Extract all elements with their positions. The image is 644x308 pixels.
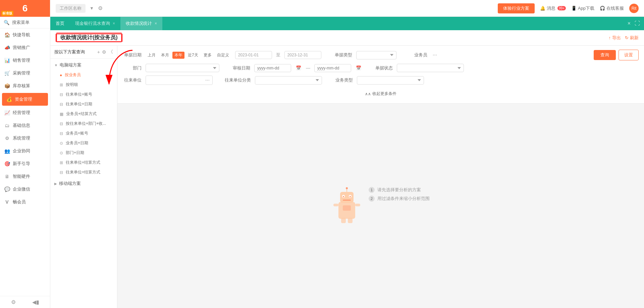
scheme-item-customer-account-label: 往来单位+账号 — [66, 92, 92, 97]
tab-receivable-close[interactable]: × — [155, 21, 157, 26]
biztype-filter-label: 业务类型 — [334, 77, 353, 83]
collapse-bar[interactable]: ∧∧ 收起更多条件 — [123, 88, 639, 99]
sidebar: 6 标准版 🔍 搜索菜单 🏠 快捷导航 📣 营销推广 📊 销售管理 🛒 采购管理… — [0, 0, 50, 308]
sidebar-item-sales[interactable]: 📊 销售管理 — [0, 54, 50, 67]
sidebar-item-system[interactable]: ⚙ 系统管理 — [0, 132, 50, 145]
collapse-panel-icon[interactable]: 《 — [108, 49, 113, 55]
gear-icon[interactable]: ⚙ — [98, 5, 103, 11]
salesman-account-icon: ⊟ — [60, 131, 63, 136]
sidebar-label-basic-info: 基础信息 — [13, 122, 30, 129]
sidebar-item-quicknav[interactable]: 🏠 快捷导航 — [0, 29, 50, 41]
sidebar-collapse-icon[interactable]: ◀▮ — [32, 299, 39, 305]
sidebar-item-purchase[interactable]: 🛒 采购管理 — [0, 67, 50, 80]
query-btn[interactable]: 查询 — [594, 50, 616, 60]
date-from-input[interactable] — [235, 51, 272, 59]
svg-rect-9 — [333, 204, 338, 206]
refresh-label: 刷新 — [630, 35, 639, 41]
robot-svg — [332, 187, 362, 224]
sidebar-label-collab: 企业协同 — [13, 148, 30, 154]
tab-cashflow-close[interactable]: × — [113, 21, 115, 26]
audit-date-from-input[interactable] — [254, 64, 291, 72]
scheme-item-customer-dept-label: 按往来单位+部门+收... — [66, 121, 106, 126]
shortcut-more[interactable]: 更多 — [202, 52, 214, 59]
notification-btn[interactable]: 🔔 消息 99+ — [540, 5, 566, 11]
tab-bar: 首页 现金银行流水查询 × 收款情况统计 × × ⛶ — [50, 17, 644, 30]
app-logo: 6 标准版 — [0, 0, 50, 17]
scheme-item-customer-payment1[interactable]: ⊞ 往来单位+结算方式 — [50, 158, 117, 167]
doctype-select[interactable] — [356, 51, 396, 59]
sidebar-item-member[interactable]: V 畅会员 — [0, 196, 50, 208]
scheme-item-salesman[interactable]: ● 按业务员 — [50, 70, 117, 80]
purchase-icon: 🛒 — [4, 70, 10, 76]
svg-rect-13 — [343, 205, 351, 211]
settings-btn[interactable]: 设置 — [619, 50, 639, 60]
scheme-item-salesman-date[interactable]: ⊙ 业务员+日期 — [50, 138, 117, 148]
sidebar-item-inventory[interactable]: 📦 库存核算 — [0, 80, 50, 92]
customer-input-wrap[interactable]: ··· — [146, 75, 213, 85]
date-to-input[interactable] — [284, 51, 321, 59]
sidebar-settings-icon[interactable]: ⚙ — [11, 299, 16, 305]
tab-cashflow[interactable]: 现金银行流水查询 × — [70, 17, 120, 30]
shortcut-this-year[interactable]: 本年 — [172, 52, 184, 59]
salesman-dots[interactable]: ··· — [433, 52, 437, 58]
workspace-label: 工作区名称 — [56, 4, 86, 13]
scheme-group-pc-header[interactable]: ▼ 电脑端方案 — [50, 60, 117, 70]
sidebar-item-collab[interactable]: 👥 企业协同 — [0, 145, 50, 157]
sidebar-item-operations[interactable]: 📈 经营管理 — [0, 106, 50, 119]
system-icon: ⚙ — [4, 135, 10, 141]
shortcut-7days[interactable]: 近7天 — [186, 52, 200, 59]
scheme-item-customer-dept[interactable]: ⊟ 按往来单位+部门+收... — [50, 119, 117, 129]
tab-close-all-icon[interactable]: × — [628, 20, 631, 27]
docstatus-select[interactable] — [397, 64, 464, 72]
scheme-item-detail[interactable]: ⊞ 按明细 — [50, 80, 117, 90]
sidebar-item-basic-info[interactable]: 🗂 基础信息 — [0, 119, 50, 132]
scheme-item-customer-date[interactable]: ⊟ 往来单位+日期 — [50, 99, 117, 109]
tab-home[interactable]: 首页 — [50, 20, 70, 27]
customer-classify-select[interactable] — [255, 76, 322, 85]
salesman-payment-icon: ▦ — [60, 112, 63, 116]
scheme-item-dept-date[interactable]: ⊙ 部门+日期 — [50, 148, 117, 158]
user-avatar[interactable]: Rit — [629, 4, 639, 13]
expand-mobile-icon: ▶ — [54, 182, 57, 186]
sidebar-item-marketing[interactable]: 📣 营销推广 — [0, 41, 50, 54]
refresh-btn[interactable]: ↻ 刷新 — [625, 35, 639, 41]
sidebar-label-system: 系统管理 — [13, 135, 30, 141]
customer-dots-icon[interactable]: ··· — [205, 77, 210, 83]
inventory-icon: 📦 — [4, 83, 10, 89]
top-bar-left: 工作区名称 ▼ ⚙ — [56, 4, 103, 13]
add-scheme-icon[interactable]: + — [97, 49, 100, 55]
dept-select[interactable] — [146, 64, 219, 72]
sidebar-label-operations: 经营管理 — [13, 110, 30, 116]
scheme-item-customer-account[interactable]: ⊟ 往来单位+账号 — [50, 90, 117, 99]
shortcut-custom[interactable]: 自定义 — [215, 52, 231, 59]
scheme-item-customer-payment2[interactable]: ⊟ 往来单位+结算方式 — [50, 167, 117, 177]
audit-calendar-to-icon[interactable]: 📅 — [356, 65, 361, 70]
scheme-item-salesman-account[interactable]: ⊟ 业务员+账号 — [50, 129, 117, 138]
audit-calendar-from-icon[interactable]: 📅 — [296, 65, 301, 70]
scheme-settings-icon[interactable]: ⚙ — [102, 49, 106, 55]
shortcut-this-month[interactable]: 本月 — [159, 52, 171, 59]
sidebar-item-search[interactable]: 🔍 搜索菜单 — [0, 17, 50, 29]
notification-label: 消息 — [547, 5, 555, 11]
sidebar-item-finance[interactable]: 💰 资金管理 — [2, 93, 48, 106]
workspace-dropdown-icon[interactable]: ▼ — [90, 6, 94, 11]
top-bar: 工作区名称 ▼ ⚙ 体验行业方案 🔔 消息 99+ 📱 App下载 🎧 在线客服 — [50, 0, 644, 17]
sidebar-item-guide[interactable]: 🎯 新手引导 — [0, 157, 50, 170]
customer-input[interactable] — [149, 78, 204, 83]
shortcut-last-month[interactable]: 上月 — [146, 52, 158, 59]
online-service-btn[interactable]: 🎧 在线客服 — [600, 5, 624, 11]
tab-receivable[interactable]: 收款情况统计 × — [120, 17, 162, 30]
app-download-btn[interactable]: 📱 App下载 — [571, 5, 594, 11]
scheme-group-mobile-header[interactable]: ▶ 移动端方案 — [50, 178, 117, 189]
sidebar-item-wechat[interactable]: 💬 企业微信 — [0, 183, 50, 196]
sidebar-item-hardware[interactable]: 🖥 智能硬件 — [0, 170, 50, 183]
export-btn[interactable]: ↑ 导出 — [609, 35, 621, 41]
trial-btn[interactable]: 体验行业方案 — [498, 3, 535, 13]
audit-date-to-input[interactable] — [314, 64, 351, 72]
scheme-item-salesman-payment[interactable]: ▦ 业务员+结算方式 — [50, 109, 117, 119]
page-title: 收款情况统计(按业务员) — [56, 33, 122, 42]
salesman-date-icon: ⊙ — [60, 141, 63, 146]
biztype-select[interactable] — [357, 76, 424, 85]
page-actions: ↑ 导出 ↻ 刷新 — [609, 35, 639, 41]
tab-maximize-icon[interactable]: ⛶ — [635, 20, 640, 27]
